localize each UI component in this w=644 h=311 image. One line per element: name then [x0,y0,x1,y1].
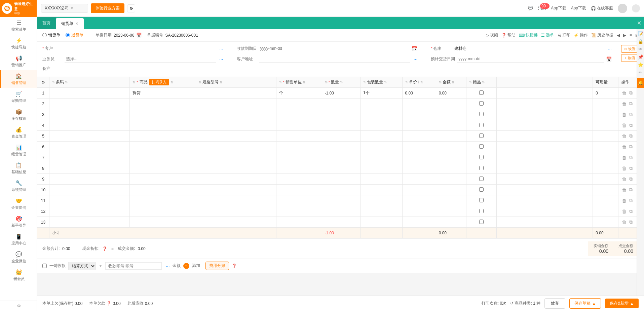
copy-row-btn[interactable]: ⧉ [629,100,633,107]
online-service-link[interactable]: 🎧 在线客服 [591,5,613,11]
user-avatar-2[interactable] [632,4,640,12]
sort-icon[interactable]: ⇅ [325,80,328,84]
delete-row-btn[interactable]: 🗑 [621,133,627,140]
help-btn[interactable]: ❓ 帮助 [501,32,516,38]
message-notification[interactable]: 💬 99+ 消息 [528,5,546,11]
info-circle-icon[interactable]: ℹ [418,80,419,84]
sort-icon[interactable]: ⇅ [199,80,201,84]
sort-icon[interactable]: ⇅ [363,80,366,84]
delete-row-btn[interactable]: 🗑 [621,90,627,96]
sidebar-item-app-center[interactable]: 📱 应用中心 [0,231,37,248]
calendar-icon[interactable]: 📅 [412,46,417,51]
close-window-btn[interactable]: ✕ [637,20,644,26]
app-download-link[interactable]: App下载 [551,5,566,11]
customer-select-btn[interactable]: ··· [219,46,223,51]
abandon-btn[interactable]: 放弃 [544,298,565,309]
gift-cell[interactable] [466,88,496,99]
right-panel-icon-4[interactable]: 📌 [638,54,643,60]
sort-icon-2[interactable]: ⇅ [482,80,485,84]
history-btn[interactable]: 📜 历史单据 [591,32,613,38]
right-panel-icon-5[interactable]: ⭐ [638,62,643,67]
settings-gear-btn[interactable]: ⚙ [127,4,135,12]
sidebar-item-enterprise[interactable]: 🤝 企业协同 [0,195,37,213]
delete-row-btn[interactable]: 🗑 [621,111,627,118]
qty-cell[interactable]: -1.00 [322,88,360,99]
sort-icon-2[interactable]: ⇅ [420,80,423,84]
col-settings-header[interactable]: ⚙ [37,77,49,88]
sort-icon[interactable]: ⇅ [132,80,135,84]
company-selector[interactable]: XXXXXX公司 ▼ [41,4,88,13]
expense-split-btn[interactable]: 费用分摊 [205,262,229,270]
trial-btn[interactable]: 体验行业方案 [91,3,124,13]
delete-row-btn[interactable]: 🗑 [621,187,627,193]
save-draft-btn[interactable]: 保存草稿 ▲ [569,298,601,309]
sort-icon[interactable]: ⇅ [52,80,55,84]
sort-icon[interactable]: ⇅ [439,80,442,84]
copy-row-btn[interactable]: ⧉ [629,132,633,140]
sidebar-settings[interactable]: ⚙ [0,301,37,311]
payment-due-input[interactable] [259,45,410,52]
user-avatar[interactable] [618,4,627,13]
address-select-btn[interactable]: ··· [414,56,418,62]
copy-row-btn[interactable]: ⧉ [629,186,633,193]
sidebar-item-marketing[interactable]: 📢 营销推广 [0,52,37,70]
delete-row-btn[interactable]: 🗑 [621,219,627,226]
copy-row-btn[interactable]: ⧉ [629,165,633,172]
tab-home[interactable]: 首页 [37,17,56,29]
sidebar-item-basic-info[interactable]: 📋 基础信息 [0,159,37,177]
sort-icon-2[interactable]: ⇅ [171,80,173,84]
salesperson-input[interactable] [65,55,216,63]
delete-row-btn[interactable]: 🗑 [621,208,627,215]
copy-row-btn[interactable]: ⧉ [629,111,633,118]
settings-btn[interactable]: ⊙ 设置 [621,45,639,53]
refresh-icon[interactable]: ↺ [510,301,514,306]
save-new-btn[interactable]: 保存&新增 ▲ [605,299,639,308]
tab-sales-order[interactable]: 销货单 ✕ [56,18,84,29]
delete-row-btn[interactable]: 🗑 [621,197,627,204]
right-panel-icon-2[interactable]: 🔒 [638,39,643,44]
sort-icon-2[interactable]: ⇅ [452,80,454,84]
calendar-icon[interactable]: 📅 [136,33,142,38]
radio-return-order[interactable]: 退货单 [66,32,83,38]
sort-icon-2[interactable]: ⇅ [65,80,68,84]
sidebar-item-wechat[interactable]: 💬 企业微信 [0,248,37,266]
delete-row-btn[interactable]: 🗑 [621,154,627,161]
right-panel-orange-btn[interactable]: 🔔 [637,78,644,88]
sort-icon-2[interactable]: ⇅ [384,80,387,84]
sidebar-item-guide[interactable]: 🎯 新手引导 [0,213,37,231]
copy-row-btn[interactable]: ⧉ [629,143,633,150]
calendar-icon-delivery[interactable]: 📅 [606,56,612,62]
tab-close-icon[interactable]: ✕ [75,22,78,26]
shortcut-btn[interactable]: ⌨ 快捷键 [519,32,538,38]
copy-row-btn[interactable]: ⧉ [629,89,633,96]
barcode-cell[interactable] [49,88,130,99]
scan-btn[interactable]: 扫码录入 [149,79,169,85]
sort-icon-2[interactable]: ⇅ [340,80,343,84]
logistics-btn[interactable]: + 物流 [621,54,639,62]
price-cell[interactable]: 0.00 [402,88,436,99]
spec-cell[interactable] [196,88,276,99]
sort-icon[interactable]: ⇅ [279,80,282,84]
copy-row-btn[interactable]: ⧉ [629,197,633,204]
sidebar-item-sales-mgmt[interactable]: 🏠 销售管理 [0,70,37,88]
sort-icon[interactable]: ⇅ [405,80,408,84]
warehouse-input[interactable] [453,45,604,52]
print-btn[interactable]: 🖨 打印 [557,32,570,38]
view-list-icon[interactable]: ≡ [630,33,632,38]
delete-row-btn[interactable]: 🗑 [621,122,627,129]
right-panel-icon-1[interactable]: 📝 [638,31,643,36]
customer-address-input[interactable] [259,55,410,63]
video-btn[interactable]: ▷ 视频 [486,32,498,38]
radio-sales-order[interactable]: 销货单 [42,32,60,38]
customer-input[interactable] [65,45,216,52]
notes-input[interactable] [54,65,639,72]
app-download-text[interactable]: App下载 [571,5,586,11]
sidebar-item-quick-nav[interactable]: ⚡ 快捷导航 [0,35,37,52]
copy-row-btn[interactable]: ⧉ [629,208,633,215]
add-payment-btn[interactable]: + [183,263,189,269]
sidebar-item-member[interactable]: 👑 畅会员 [0,266,37,284]
copy-row-btn[interactable]: ⧉ [629,219,633,226]
question-icon-payment[interactable]: ❓ [232,264,237,268]
salesperson-select-btn[interactable]: ··· [219,56,223,62]
next-btn[interactable]: ▶ [623,33,626,38]
